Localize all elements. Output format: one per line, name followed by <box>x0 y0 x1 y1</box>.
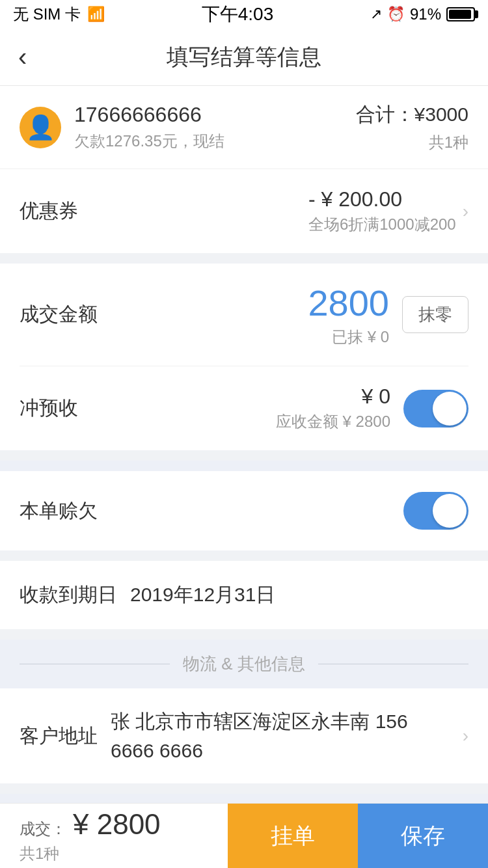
prepaid-label: 冲预收 <box>20 395 78 422</box>
coupon-amount: - ¥ 200.00 <box>308 187 456 211</box>
carrier-text: 无 SIM 卡 <box>13 4 81 25</box>
divider-line-right <box>318 664 468 664</box>
customer-info: 17666666666 欠款1276.35元，现结 <box>74 103 356 152</box>
coupon-chevron-icon: › <box>463 201 468 222</box>
hold-button[interactable]: 挂单 <box>228 804 358 868</box>
amount-row: 成交金额 2800 已抹 ¥ 0 抹零 <box>20 264 468 366</box>
address-label: 客户地址 <box>20 723 98 750</box>
battery-percent: 91% <box>410 5 441 23</box>
address-section: 客户地址 张 北京市市辖区海淀区永丰南 156 6666 6666 › <box>0 688 488 783</box>
coupon-label: 优惠券 <box>20 198 78 224</box>
status-time: 下午4:03 <box>202 2 274 27</box>
round-button[interactable]: 抹零 <box>402 296 468 333</box>
divider-line-left <box>20 664 170 664</box>
total-amount: 合计：¥3000 <box>356 102 468 128</box>
debt-label: 本单赊欠 <box>20 498 98 524</box>
alarm-icon: ⏰ <box>387 6 405 23</box>
bottom-amount: ¥ 2800 <box>73 808 161 841</box>
amount-value: 2800 <box>308 282 389 324</box>
customer-debt: 欠款1276.35元，现结 <box>74 131 356 152</box>
amount-group: 2800 已抹 ¥ 0 <box>308 282 389 347</box>
customer-section: 👤 17666666666 欠款1276.35元，现结 合计：¥3000 共1种… <box>0 86 488 253</box>
back-button[interactable]: ‹ <box>18 42 27 72</box>
address-value: 张 北京市市辖区海淀区永丰南 156 6666 6666 <box>111 707 450 765</box>
coupon-row[interactable]: 优惠券 - ¥ 200.00 全场6折满1000减200 › <box>0 169 488 253</box>
duedate-section: 收款到期日 2019年12月31日 <box>0 561 488 629</box>
total-count: 共1种 <box>356 132 468 153</box>
debt-section: 本单赊欠 <box>0 471 488 550</box>
toggle-thumb <box>433 392 467 426</box>
prepaid-sub: 应收金额 ¥ 2800 <box>276 411 390 432</box>
avatar: 👤 <box>20 107 61 148</box>
prepaid-group: ¥ 0 应收金额 ¥ 2800 <box>276 385 390 432</box>
amount-label: 成交金额 <box>20 301 98 328</box>
avatar-icon: 👤 <box>26 114 55 141</box>
customer-row: 👤 17666666666 欠款1276.35元，现结 合计：¥3000 共1种 <box>0 86 488 169</box>
status-left: 无 SIM 卡 📶 <box>13 4 105 25</box>
prepaid-toggle[interactable] <box>403 390 468 427</box>
transaction-label: 成交： <box>20 819 66 839</box>
transaction-section: 成交金额 2800 已抹 ¥ 0 抹零 冲预收 ¥ 0 应收金额 ¥ 2800 <box>0 264 488 450</box>
logistics-divider: 物流 & 其他信息 <box>0 640 488 688</box>
wifi-icon: 📶 <box>87 6 105 23</box>
bottom-count: 共1种 <box>20 843 208 864</box>
save-button[interactable]: 保存 <box>358 804 488 868</box>
duedate-value: 2019年12月31日 <box>130 582 275 608</box>
nav-bar: ‹ 填写结算等信息 <box>0 29 488 86</box>
bottom-bar: 成交： ¥ 2800 共1种 挂单 保存 <box>0 803 488 868</box>
address-chevron-icon: › <box>463 726 468 746</box>
debt-toggle[interactable] <box>403 492 468 530</box>
duedate-label: 收款到期日 <box>20 582 117 608</box>
prepaid-row: 冲预收 ¥ 0 应收金额 ¥ 2800 <box>20 366 468 450</box>
page-title: 填写结算等信息 <box>167 42 321 72</box>
status-right: ↗ ⏰ 91% <box>370 5 475 23</box>
amount-right: 2800 已抹 ¥ 0 抹零 <box>308 282 468 347</box>
address-row[interactable]: 客户地址 张 北京市市辖区海淀区永丰南 156 6666 6666 › <box>20 688 468 783</box>
customer-phone: 17666666666 <box>74 103 356 127</box>
customer-total: 合计：¥3000 共1种 <box>356 102 468 153</box>
debt-toggle-thumb <box>433 494 467 528</box>
prepaid-value: ¥ 0 <box>276 385 390 409</box>
bottom-total: 成交： ¥ 2800 <box>20 808 208 841</box>
bottom-buttons: 挂单 保存 <box>228 804 488 868</box>
debt-row: 本单赊欠 <box>20 471 468 550</box>
coupon-desc: 全场6折满1000减200 <box>308 214 456 235</box>
location-icon: ↗ <box>370 6 382 23</box>
status-bar: 无 SIM 卡 📶 下午4:03 ↗ ⏰ 91% <box>0 0 488 29</box>
amount-sub: 已抹 ¥ 0 <box>308 327 389 347</box>
logistics-label: 物流 & 其他信息 <box>183 653 305 675</box>
prepaid-right: ¥ 0 应收金额 ¥ 2800 <box>276 385 468 432</box>
battery-icon <box>446 7 475 21</box>
bottom-info: 成交： ¥ 2800 共1种 <box>0 808 228 864</box>
separator-1 <box>0 461 488 471</box>
duedate-row: 收款到期日 2019年12月31日 <box>20 561 468 629</box>
